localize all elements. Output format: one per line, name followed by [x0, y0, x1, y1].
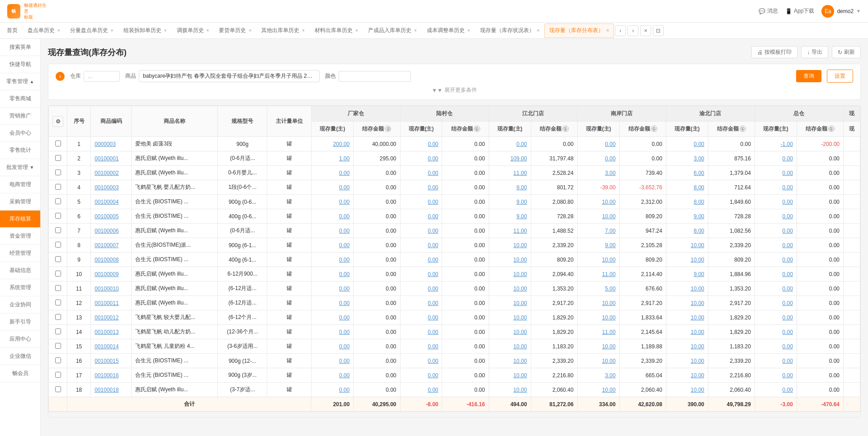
- nanan-stock-link[interactable]: 10.00: [602, 300, 616, 306]
- yubei-stock-link[interactable]: 10.00: [691, 242, 704, 248]
- lu-stock-link[interactable]: 0.00: [428, 387, 438, 393]
- lu-stock-link[interactable]: 0.00: [428, 141, 438, 147]
- row-check[interactable]: [49, 180, 67, 195]
- row-check[interactable]: [49, 383, 67, 397]
- yubei-stock-link[interactable]: 10.00: [691, 314, 704, 321]
- app-download-button[interactable]: 📱 App下载: [785, 7, 814, 15]
- tab-home[interactable]: 首页: [2, 23, 23, 38]
- row-checkbox[interactable]: [55, 184, 61, 190]
- tab-close-product-in[interactable]: ×: [414, 28, 417, 33]
- factory-stock-link[interactable]: 0.00: [339, 300, 349, 306]
- row-checkbox[interactable]: [55, 386, 61, 392]
- total-stock-link[interactable]: 0.00: [783, 155, 793, 162]
- lu-stock-link[interactable]: 0.00: [428, 213, 438, 220]
- factory-stock-link[interactable]: 0.00: [339, 170, 349, 176]
- yubei-stock-link[interactable]: 3.00: [693, 155, 704, 162]
- sidebar-item-inventory[interactable]: 库存核算: [0, 211, 40, 228]
- total-stock-link[interactable]: 0.00: [783, 271, 793, 277]
- tab-other-out[interactable]: 其他出库单历史 ×: [256, 23, 310, 38]
- nanan-stock-link[interactable]: 10.00: [602, 358, 616, 364]
- lu-stock-link[interactable]: 0.00: [428, 286, 438, 292]
- factory-stock-link[interactable]: 0.00: [339, 257, 349, 263]
- tab-split-count[interactable]: 分量盘点单历史 ×: [65, 23, 118, 38]
- sidebar-item-retail-mgmt[interactable]: 零售管理 ▲: [0, 73, 40, 90]
- nanan-stock-link[interactable]: 9.00: [605, 242, 615, 248]
- sidebar-item-shortcut[interactable]: 快捷导航: [0, 56, 40, 73]
- lu-stock-link[interactable]: 0.00: [428, 358, 438, 364]
- row-check[interactable]: [49, 137, 67, 151]
- total-stock-link[interactable]: 0.00: [783, 329, 793, 335]
- tab-prev-btn[interactable]: ‹: [615, 25, 626, 36]
- yubei-stock-link[interactable]: 8.00: [693, 184, 704, 191]
- row-code-link[interactable]: 0000003: [94, 141, 116, 147]
- factory-stock-link[interactable]: 0.00: [339, 329, 349, 335]
- row-checkbox[interactable]: [55, 300, 61, 305]
- row-check[interactable]: [49, 151, 67, 166]
- tab-transfer[interactable]: 调拨单历史 ×: [172, 23, 214, 38]
- factory-stock-link[interactable]: 0.00: [339, 358, 349, 364]
- total-stock-link[interactable]: 0.00: [783, 372, 793, 379]
- total-stock-link[interactable]: 0.00: [783, 286, 793, 292]
- jiangbei-stock-link[interactable]: 0.00: [516, 141, 527, 147]
- factory-stock-link[interactable]: 0.00: [339, 314, 349, 321]
- total-stock-link[interactable]: 0.00: [783, 358, 793, 364]
- tab-product-in[interactable]: 产成品入库单历史 ×: [363, 23, 422, 38]
- jiangbei-amount-info-icon[interactable]: ①: [562, 126, 569, 132]
- nanan-stock-link[interactable]: 10.00: [602, 199, 616, 205]
- refresh-button[interactable]: ↻ 刷新: [832, 46, 861, 58]
- factory-stock-link[interactable]: 0.00: [339, 271, 349, 277]
- factory-stock-link[interactable]: 0.00: [339, 213, 349, 220]
- lu-amount-info-icon[interactable]: ①: [474, 126, 480, 132]
- row-checkbox[interactable]: [55, 343, 61, 349]
- yubei-stock-link[interactable]: 10.00: [691, 387, 704, 393]
- row-code-link[interactable]: 00100015: [94, 358, 118, 364]
- total-stock-link[interactable]: 0.00: [783, 314, 793, 321]
- yubei-stock-link[interactable]: 6.00: [693, 170, 704, 176]
- jiangbei-stock-link[interactable]: 10.00: [514, 372, 527, 379]
- total-stock-link[interactable]: 0.00: [783, 184, 793, 191]
- row-code-link[interactable]: 00100016: [94, 372, 118, 379]
- row-code-link[interactable]: 00100014: [94, 343, 118, 350]
- sidebar-item-member2[interactable]: 畅会员: [0, 365, 40, 382]
- sidebar-item-operations[interactable]: 经营管理: [0, 245, 40, 262]
- jiangbei-stock-link[interactable]: 10.00: [514, 286, 527, 292]
- row-code-link[interactable]: 00100012: [94, 314, 118, 321]
- tab-stock-status[interactable]: 现存量（库存状况表） ×: [475, 23, 545, 38]
- lu-stock-link[interactable]: 0.00: [428, 199, 438, 205]
- row-code-link[interactable]: 00100008: [94, 257, 118, 263]
- yubei-stock-link[interactable]: 0.00: [693, 141, 704, 147]
- total-stock-link[interactable]: 0.00: [783, 199, 793, 205]
- yubei-stock-link[interactable]: 10.00: [691, 343, 704, 350]
- lu-stock-link[interactable]: 0.00: [428, 300, 438, 306]
- factory-amount-info-icon[interactable]: ①: [385, 126, 391, 132]
- color-input[interactable]: [339, 71, 411, 82]
- total-stock-link[interactable]: 0.00: [783, 170, 793, 176]
- total-stock-link[interactable]: 0.00: [783, 242, 793, 248]
- row-check[interactable]: [49, 253, 67, 267]
- row-code-link[interactable]: 00100002: [94, 170, 118, 176]
- sidebar-item-enterprise-collab[interactable]: 企业协同: [0, 296, 40, 314]
- tab-material-out[interactable]: 材料出库单历史 ×: [310, 23, 363, 38]
- sidebar-item-retail-stats[interactable]: 零售统计: [0, 142, 40, 159]
- factory-stock-link[interactable]: 0.00: [339, 343, 349, 350]
- tab-close-transfer[interactable]: ×: [207, 28, 209, 33]
- factory-stock-link[interactable]: 0.00: [339, 387, 349, 393]
- factory-stock-link[interactable]: 0.00: [339, 372, 349, 379]
- row-check[interactable]: [49, 166, 67, 180]
- nanan-stock-link[interactable]: 5.00: [605, 286, 615, 292]
- row-code-link[interactable]: 00100006: [94, 228, 118, 234]
- tab-close-all-btn[interactable]: ×: [640, 25, 651, 36]
- nanan-stock-link[interactable]: -39.00: [600, 184, 616, 191]
- total-stock-link[interactable]: 0.00: [783, 213, 793, 220]
- message-button[interactable]: 💬 消息: [759, 7, 778, 15]
- total-stock-link[interactable]: 0.00: [783, 387, 793, 393]
- row-checkbox[interactable]: [55, 155, 61, 161]
- yubei-stock-link[interactable]: 10.00: [691, 372, 704, 379]
- warehouse-input[interactable]: [84, 71, 120, 82]
- expand-conditions-btn[interactable]: ▼▼ 展开更多条件: [56, 86, 853, 94]
- nanan-stock-link[interactable]: 0.00: [605, 141, 615, 147]
- tab-close-material-out[interactable]: ×: [355, 28, 358, 33]
- lu-stock-link[interactable]: 0.00: [428, 372, 438, 379]
- factory-stock-link[interactable]: 0.00: [339, 184, 349, 191]
- sidebar-item-guide[interactable]: 新手引导: [0, 314, 40, 331]
